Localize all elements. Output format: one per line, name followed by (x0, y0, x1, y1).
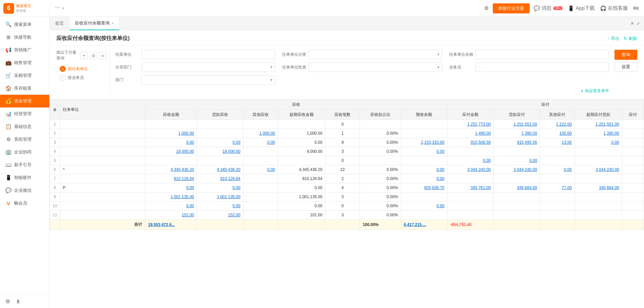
table-cell[interactable] (447, 147, 493, 156)
table-cell[interactable]: 0.00 (401, 147, 447, 156)
scheme-option-salesperson[interactable]: ○ 按业务员 (56, 73, 106, 82)
num-link[interactable]: 0.00 (186, 185, 194, 190)
num-link[interactable]: 1,251,551.00 (596, 122, 619, 127)
table-cell[interactable]: 345,684.00 (575, 183, 622, 192)
messages-icon-group[interactable]: 💬 消息 99+ (534, 5, 562, 11)
table-cell[interactable]: 0.00 (401, 165, 447, 174)
tab-close-icon[interactable]: × (112, 21, 114, 25)
table-cell[interactable]: 0.00 (145, 202, 197, 211)
scheme-collapse-btn[interactable]: « (99, 52, 106, 59)
sidebar-item-base[interactable]: 📋 基础信息 (0, 120, 49, 133)
num-link[interactable]: 915,495.56 (517, 140, 537, 145)
num-link[interactable]: 0.00 (186, 204, 194, 208)
num-link[interactable]: 0.00 (611, 140, 619, 145)
num-link[interactable]: 0.00 (232, 185, 240, 190)
num-link[interactable]: 1,000.00 (178, 131, 194, 136)
window-close-icon[interactable]: ✕ (631, 21, 634, 26)
table-cell[interactable] (197, 156, 243, 165)
num-link[interactable]: 13.00 (561, 140, 572, 145)
table-cell[interactable]: 0.00 (197, 138, 243, 147)
table-cell[interactable] (145, 120, 197, 129)
table-cell[interactable]: 1,000.00 (243, 129, 278, 138)
table-cell[interactable]: 0.00 (575, 138, 622, 147)
num-link[interactable]: 1,251,551.00 (514, 122, 537, 127)
table-cell[interactable]: 810,126.64 (197, 174, 243, 183)
table-cell[interactable] (447, 202, 493, 211)
sidebar-item-nav[interactable]: ⊞ 快捷导航 (0, 31, 49, 44)
settlement-input[interactable]: ··· (142, 50, 275, 59)
table-cell[interactable] (447, 192, 493, 202)
table-cell[interactable] (494, 211, 540, 220)
table-cell[interactable]: 1,251,551.00 (494, 120, 540, 129)
table-cell[interactable] (494, 174, 540, 183)
settings-topbar-icon[interactable]: ⚙ (484, 5, 489, 11)
table-cell[interactable]: 152.00 (145, 211, 197, 220)
table-cell[interactable] (575, 156, 622, 165)
num-link[interactable]: 18,000.00 (222, 149, 240, 154)
table-cell[interactable]: 0.00 (447, 156, 493, 165)
table-cell[interactable]: 1,251,551.00 (575, 120, 622, 129)
num-link[interactable]: 0.00 (232, 204, 240, 208)
table-cell[interactable] (243, 156, 278, 165)
table-cell[interactable] (243, 147, 278, 156)
table-cell[interactable]: 152.00 (197, 211, 243, 220)
num-link[interactable]: 152.00 (228, 213, 240, 217)
table-cell[interactable] (401, 120, 447, 129)
dept-input[interactable]: ▾ (142, 75, 275, 85)
promo-button[interactable]: 体验行业方案 (493, 3, 530, 13)
salesperson-input[interactable]: ··· (475, 62, 609, 72)
table-cell[interactable]: 3,044,240.00 (447, 165, 493, 174)
table-cell[interactable] (494, 202, 540, 211)
num-link[interactable]: 915,508.56 (471, 140, 491, 145)
table-settings-icon[interactable]: ⚙ (53, 107, 57, 112)
sidebar-item-inventory[interactable]: 🏠 库存核算 (0, 82, 49, 95)
sidebar-item-marketing[interactable]: 📢 营销推广 (0, 44, 49, 56)
table-cell[interactable]: 100.00 (540, 129, 575, 138)
num-link[interactable]: 1,390.00 (603, 131, 619, 136)
collapse-more-btn[interactable]: ∧ 收起更多条件 (115, 87, 609, 95)
scheme-add-btn[interactable]: + (80, 52, 88, 59)
table-cell[interactable] (243, 120, 278, 129)
num-link[interactable]: 1,001,135.00 (217, 194, 240, 199)
table-cell[interactable] (540, 211, 575, 220)
sidebar-item-system[interactable]: ⚙ 系统管理 (0, 133, 49, 146)
table-cell[interactable]: 0.00 (540, 165, 575, 174)
sidebar-item-operation[interactable]: 📊 经营管理 (0, 107, 49, 120)
table-cell[interactable]: 1,001,135.00 (145, 192, 197, 202)
sidebar-item-guide[interactable]: 📖 新手引导 (0, 159, 49, 171)
table-cell[interactable] (575, 211, 622, 220)
partner-cat-input[interactable]: ▾ (308, 50, 442, 59)
table-cell[interactable] (243, 211, 278, 220)
num-link[interactable]: 1,390.00 (522, 131, 537, 136)
num-link[interactable]: 0.00 (267, 167, 275, 172)
num-link[interactable]: 0.00 (186, 140, 194, 145)
table-cell[interactable] (145, 156, 197, 165)
table-cell[interactable] (401, 129, 447, 138)
table-cell[interactable] (494, 192, 540, 202)
table-cell[interactable] (494, 147, 540, 156)
table-cell[interactable]: 0.00 (243, 138, 278, 147)
dept-manage-input[interactable]: ▾ (142, 62, 275, 72)
table-cell[interactable]: 13.00 (540, 138, 575, 147)
partner-nature-input[interactable]: ▾ (308, 62, 442, 72)
table-cell[interactable]: 4,345,436.20 (197, 165, 243, 174)
num-link[interactable]: 0.00 (529, 158, 537, 163)
table-cell[interactable] (575, 147, 622, 156)
table-cell[interactable] (540, 202, 575, 211)
table-cell[interactable] (540, 156, 575, 165)
table-cell[interactable] (401, 192, 447, 202)
table-cell[interactable]: 18,000.00 (197, 147, 243, 156)
pause-footer-icon[interactable]: ⏸ (15, 299, 21, 305)
table-cell[interactable]: 915,495.56 (494, 138, 540, 147)
sidebar-item-sales[interactable]: 💼 销售管理 (0, 56, 49, 69)
settings-col-header[interactable]: ⚙ (50, 100, 60, 120)
table-cell[interactable] (575, 174, 622, 183)
table-cell[interactable]: 1,222.00 (540, 120, 575, 129)
tab-query[interactable]: 应收应付余额查询 × (69, 17, 119, 30)
num-link[interactable]: 1,222.00 (556, 122, 572, 127)
table-cell[interactable] (197, 129, 243, 138)
sidebar-item-member[interactable]: V 畅会员 (0, 197, 49, 210)
sidebar-item-hardware[interactable]: 📱 智能硬件 (0, 171, 49, 184)
sidebar-item-search[interactable]: 🔍 搜索菜单 (0, 18, 49, 31)
num-link[interactable]: 345,684.00 (517, 185, 537, 190)
